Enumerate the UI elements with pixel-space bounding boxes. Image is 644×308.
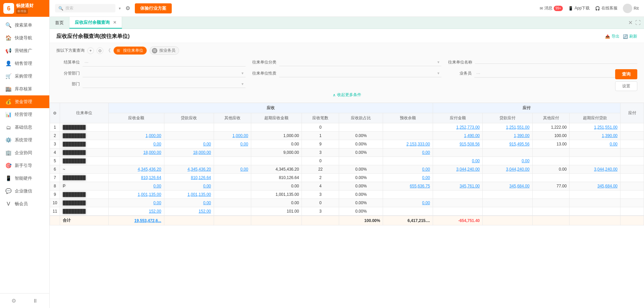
collapse-sidebar-icon[interactable]: ⏸: [31, 297, 39, 305]
query-button[interactable]: 查询: [615, 69, 637, 79]
row-ap-amount[interactable]: 345,761.00: [433, 182, 482, 190]
row-ar-loan[interactable]: 4,345,436.20: [164, 165, 214, 174]
row-ap-amount[interactable]: 1,252,773.00: [433, 123, 482, 132]
messages-button[interactable]: ✉ 消息 99+: [540, 5, 563, 11]
filter-input-salesperson[interactable]: ···: [474, 69, 637, 78]
row-ar-prepay[interactable]: 0.00: [383, 165, 433, 174]
row-ap-loan[interactable]: 1,251,551.00: [483, 123, 532, 132]
sidebar-item-basic[interactable]: 🗂基础信息: [0, 121, 49, 134]
row-ar-prepay[interactable]: 655,636.75: [383, 182, 433, 190]
row-ar-loan[interactable]: 18,000.00: [164, 148, 214, 157]
row-ap-loan[interactable]: 345,684.00: [483, 182, 532, 190]
sidebar-item-quick-nav[interactable]: 🏠快捷导航: [0, 32, 49, 44]
row-ap-overdue[interactable]: 3,044,240.00: [570, 165, 621, 174]
sidebar-item-smart-hw[interactable]: 📱智能硬件: [0, 172, 49, 185]
row-ar-amount[interactable]: 4,345,436.20: [109, 165, 164, 174]
filter-add-button[interactable]: +: [87, 47, 94, 54]
row-ar-loan[interactable]: 0.00: [164, 182, 214, 190]
row-ar-amount[interactable]: 0.00: [109, 182, 164, 190]
filter-scheme-settings-button[interactable]: ⊙: [97, 47, 103, 54]
row-ap-amount: [433, 199, 482, 207]
row-ar-other[interactable]: 1,000.00: [214, 132, 251, 140]
row-ar-count: 9: [302, 140, 339, 148]
row-ap-loan[interactable]: 915,495.56: [483, 140, 532, 148]
maximize-icon[interactable]: ⛶: [635, 20, 641, 26]
user-menu[interactable]: Rit: [623, 4, 639, 13]
filter-input-partner-type[interactable]: ▾: [279, 70, 441, 77]
refresh-button[interactable]: 🔄 刷新: [623, 34, 637, 39]
row-ar-prepay[interactable]: 2,153,333.00: [383, 140, 433, 148]
row-ap-amount[interactable]: 1,490.00: [433, 132, 482, 140]
row-ar-other[interactable]: 0.00: [214, 165, 251, 174]
filter-input-partner-category[interactable]: ▾: [279, 58, 441, 66]
filter-input-department[interactable]: ▾: [83, 80, 246, 88]
tab-close-icon[interactable]: ✕: [113, 20, 116, 25]
sidebar-label-wechat: 企业微信: [15, 188, 32, 194]
sidebar-item-sales[interactable]: 👤销售管理: [0, 57, 49, 70]
row-ap-amount[interactable]: 915,508.56: [433, 140, 482, 148]
sidebar-item-enterprise[interactable]: 🏢企业协同: [0, 146, 49, 159]
tab-ar-ap-query[interactable]: 应收应付余额查询 ✕: [69, 17, 122, 29]
filter-collapse-button[interactable]: ∧ 收起更多条件: [333, 91, 361, 99]
topbar-search[interactable]: 🔍 搜索: [55, 4, 115, 12]
filter-input-dept[interactable]: ▾: [83, 70, 246, 77]
row-ap-overdue[interactable]: 1,390.00: [570, 132, 621, 140]
row-ar-prepay[interactable]: 0.00: [383, 199, 433, 207]
filter-input-settlement[interactable]: ···: [83, 58, 246, 67]
row-ap-loan[interactable]: 3,044,240.00: [483, 165, 532, 174]
sidebar-item-management[interactable]: 📊经营管理: [0, 108, 49, 121]
row-ar-amount[interactable]: 152.00: [109, 207, 164, 216]
th-settings[interactable]: ⚙: [50, 103, 60, 123]
sidebar-item-beginner[interactable]: 🎯新手引导: [0, 159, 49, 172]
topbar-dropdown-icon[interactable]: ▾: [119, 6, 121, 11]
row-ar-amount[interactable]: 1,001,135.00: [109, 190, 164, 199]
sidebar-item-finance[interactable]: 💰资金管理: [0, 95, 49, 108]
footer-ar-amount[interactable]: 19,553,472,6...: [109, 216, 164, 225]
row-ar-loan[interactable]: 0.00: [164, 140, 214, 148]
row-ap-amount[interactable]: 3,044,240.00: [433, 165, 482, 174]
row-ap-overdue[interactable]: 345,684.00: [570, 182, 621, 190]
row-ar-amount[interactable]: 0.00: [109, 199, 164, 207]
row-ar-loan[interactable]: 1,001,135.00: [164, 190, 214, 199]
filter-input-partner-name[interactable]: [475, 61, 637, 64]
filter-scheme-collapse-button[interactable]: 《: [106, 48, 111, 54]
row-ar-amount[interactable]: 0.00: [109, 140, 164, 148]
export-button[interactable]: 📤 导出: [605, 34, 620, 39]
row-ar-amount[interactable]: 18,000.00: [109, 148, 164, 157]
sidebar-item-purchase[interactable]: 🛒采购管理: [0, 70, 49, 83]
sidebar-item-marketing[interactable]: 📢营销推广: [0, 44, 49, 57]
row-ar-loan[interactable]: 152.00: [164, 207, 214, 216]
settings-footer-icon[interactable]: ⚙: [10, 296, 17, 305]
footer-ap-amount: -654,751.40: [433, 216, 482, 225]
plan-button[interactable]: 体验行业方案: [135, 3, 172, 13]
tab-home[interactable]: 首页: [50, 17, 69, 29]
row-ap-overdue[interactable]: 0.00: [570, 140, 621, 148]
filter-scheme-item-partner[interactable]: 按 按往来单位: [113, 46, 147, 55]
close-window-icon[interactable]: ✕: [628, 19, 633, 26]
row-ap-overdue: [570, 148, 621, 157]
row-ar-prepay[interactable]: 0.00: [383, 174, 433, 182]
sidebar-label-member: 畅会员: [15, 201, 28, 207]
sidebar-item-search-menu[interactable]: 🔍搜索菜单: [0, 19, 49, 32]
row-ar-other[interactable]: 0.00: [214, 140, 251, 148]
row-ar-loan[interactable]: 810,126.64: [164, 174, 214, 182]
sidebar-item-system[interactable]: ⚙️系统管理: [0, 134, 49, 146]
row-ap-amount[interactable]: 0.00: [433, 157, 482, 165]
topbar-gear-icon[interactable]: ⚙: [125, 5, 130, 11]
row-ap-loan[interactable]: 1,390.00: [483, 132, 532, 140]
row-ar-prepay[interactable]: 0.00: [383, 148, 433, 157]
online-service-button[interactable]: 🎧 在线客服: [595, 5, 618, 11]
row-ap-loan[interactable]: 0.00: [483, 157, 532, 165]
filter-scheme-item-employee[interactable]: 按 按业务员: [150, 46, 179, 55]
row-ap-overdue[interactable]: 1,251,551.00: [570, 123, 621, 132]
sidebar-item-inventory[interactable]: 🏬库存核算: [0, 83, 49, 95]
row-ar-amount[interactable]: 810,126.64: [109, 174, 164, 182]
app-download-button[interactable]: 📱 App下载: [568, 5, 590, 11]
row-ap-other: [532, 157, 570, 165]
settings-button[interactable]: 设置: [615, 81, 637, 91]
sidebar-item-member[interactable]: Ⅴ畅会员: [0, 197, 49, 210]
row-ar-amount[interactable]: 1,000.00: [109, 132, 164, 140]
table-row: 4 ████████ 18,000.00 18,000.00 9,000.00 …: [50, 148, 644, 157]
row-ar-loan[interactable]: 0.00: [164, 199, 214, 207]
sidebar-item-wechat[interactable]: 💬企业微信: [0, 185, 49, 197]
